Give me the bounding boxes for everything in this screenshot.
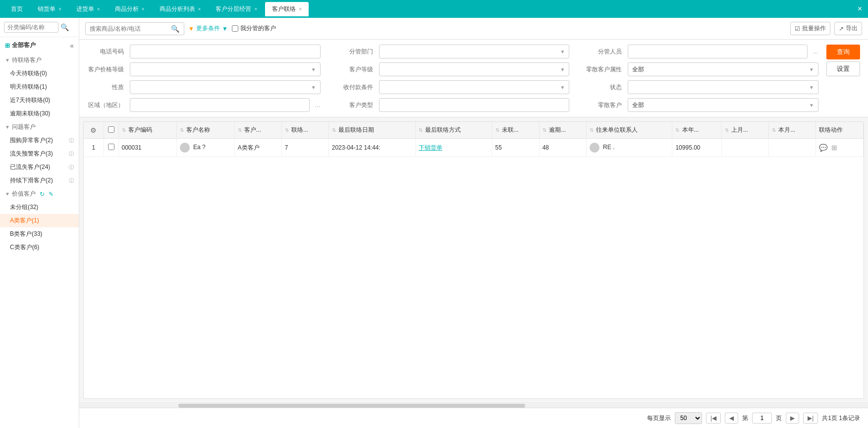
- nav-tab-sales[interactable]: 销货单 ×: [31, 2, 68, 16]
- overdue-value: 48: [542, 144, 549, 151]
- close-customer-contact-icon[interactable]: ×: [299, 6, 302, 12]
- close-customer-tier-icon[interactable]: ×: [254, 6, 257, 12]
- sidebar-item-declining[interactable]: 持续下滑客户(2) ⓘ: [0, 174, 79, 187]
- overdue-sort-icon[interactable]: ⇅: [542, 127, 546, 133]
- filter-row-4: 区域（地区） … 客户类型 零散客户: [87, 98, 818, 112]
- nav-tab-analysis-list[interactable]: 商品分析列表 ×: [153, 2, 208, 16]
- all-customers-label: 全部客户: [12, 41, 36, 50]
- scrollbar-thumb[interactable]: [178, 404, 525, 408]
- toolbar-search-icon[interactable]: 🔍: [171, 25, 179, 33]
- toolbar-search-input[interactable]: [90, 25, 169, 32]
- settings-button[interactable]: 设置: [826, 61, 860, 76]
- value-edit-icon[interactable]: ✎: [49, 191, 54, 198]
- close-analysis-icon[interactable]: ×: [142, 6, 145, 12]
- region-input[interactable]: [130, 98, 310, 112]
- next-page-button[interactable]: ▶: [786, 413, 799, 424]
- last-contact-method-value[interactable]: 下销货单: [419, 144, 442, 151]
- first-page-button[interactable]: |◀: [706, 413, 721, 424]
- value-refresh-icon[interactable]: ↻: [40, 191, 45, 198]
- churn-warning-label: 流失预警客户(3): [10, 150, 53, 158]
- row-contact-count: 7: [281, 139, 328, 157]
- nav-tab-home[interactable]: 首页: [4, 2, 30, 16]
- not-contacted-sort-icon[interactable]: ⇅: [495, 127, 499, 133]
- retail-customer-select[interactable]: 全部 ▼: [628, 98, 818, 112]
- horizontal-scrollbar[interactable]: [79, 403, 868, 408]
- sidebar-search-input[interactable]: [4, 22, 58, 33]
- last-method-sort-icon[interactable]: ⇅: [419, 127, 423, 133]
- nature-arrow-icon: ▼: [311, 85, 316, 90]
- gear-icon[interactable]: ⚙: [90, 126, 97, 134]
- status-select[interactable]: ▼: [628, 80, 818, 94]
- chat-action-icon[interactable]: 💬: [819, 144, 827, 152]
- this-month-sort-icon[interactable]: ⇅: [772, 127, 776, 133]
- sidebar-item-tomorrow-pending[interactable]: 明天待联络(1): [0, 80, 79, 94]
- sidebar-item-churn-warning[interactable]: 流失预警客户(3) ⓘ: [0, 147, 79, 160]
- customer-type-select[interactable]: [379, 98, 570, 112]
- my-customer-checkbox-area[interactable]: 我分管的客户: [232, 24, 276, 33]
- department-select[interactable]: ▼: [379, 45, 570, 58]
- batch-operation-button[interactable]: ☑ 批量操作: [790, 22, 830, 35]
- code-sort-icon[interactable]: ⇅: [122, 127, 126, 133]
- my-customer-checkbox[interactable]: [232, 25, 238, 32]
- name-sort-icon[interactable]: ⇅: [180, 127, 184, 133]
- person-dots-icon[interactable]: …: [813, 48, 818, 55]
- qr-action-icon[interactable]: ⊞: [831, 144, 837, 152]
- select-all-checkbox[interactable]: [108, 126, 114, 133]
- close-purchase-icon[interactable]: ×: [97, 6, 100, 12]
- sidebar-search-icon[interactable]: 🔍: [60, 23, 69, 31]
- nav-tab-customer-tier[interactable]: 客户分层经营 ×: [209, 2, 264, 16]
- top-nav-bar: 首页 销货单 × 进货单 × 商品分析 × 商品分析列表 × 客户分层经营 × …: [0, 0, 868, 18]
- filter-row-2: 客户价格等级 ▼ 客户等级 ▼: [87, 62, 818, 76]
- sidebar-item-today-pending[interactable]: 今天待联络(0): [0, 67, 79, 80]
- price-grade-select[interactable]: ▼: [130, 62, 321, 76]
- sidebar-item-ungrouped[interactable]: 未分组(32): [0, 201, 79, 214]
- export-button[interactable]: ↗ 导出: [834, 22, 862, 35]
- person-input[interactable]: [628, 45, 808, 58]
- nav-tab-purchase[interactable]: 进货单 ×: [69, 2, 107, 16]
- last-month-sort-icon[interactable]: ⇅: [725, 127, 729, 133]
- nav-tab-analysis[interactable]: 商品分析 ×: [108, 2, 152, 16]
- this-year-sort-icon[interactable]: ⇅: [675, 127, 679, 133]
- sidebar-item-week-pending[interactable]: 近7天待联络(0): [0, 94, 79, 107]
- prev-page-button[interactable]: ◀: [725, 413, 738, 424]
- nav-tab-customer-contact[interactable]: 客户联络 ×: [265, 2, 309, 16]
- sidebar-search-area: 🔍: [0, 18, 79, 37]
- sidebar-section-value: ▼ 价值客户 ↻ ✎: [0, 187, 79, 201]
- main-layout: 🔍 ⊞ 全部客户 « ▼ 待联络客户 今天待联络(0) 明天待联络(1) 近7天…: [0, 18, 868, 428]
- filter-customer-grade: 客户等级 ▼: [336, 62, 570, 76]
- page-size-select[interactable]: 50 100 200: [675, 412, 702, 424]
- customer-grade-select[interactable]: ▼: [379, 62, 570, 76]
- sidebar-collapse-icon[interactable]: «: [70, 42, 74, 50]
- sidebar-item-class-b[interactable]: B类客户(33): [0, 227, 79, 241]
- customer-type-label: 客户类型: [336, 101, 376, 109]
- page-number-input[interactable]: [752, 413, 772, 424]
- nature-select[interactable]: ▼: [130, 80, 321, 94]
- overdue-pending-label: 逾期未联络(30): [10, 109, 50, 118]
- sidebar-item-class-a[interactable]: A类客户(1): [0, 214, 79, 227]
- company-contact-sort-icon[interactable]: ⇅: [590, 127, 594, 133]
- retail-property-select[interactable]: 全部 ▼: [628, 62, 818, 76]
- query-button[interactable]: 查询: [826, 45, 860, 59]
- phone-input[interactable]: [130, 45, 321, 58]
- class-c-label: C类客户(6): [10, 243, 39, 252]
- type-sort-icon[interactable]: ⇅: [238, 127, 242, 133]
- sidebar-item-abnormal[interactable]: 囤购异常客户(2) ⓘ: [0, 134, 79, 147]
- filter-customer-type: 客户类型: [336, 98, 570, 112]
- row-checkbox[interactable]: [108, 144, 114, 150]
- contact-count-sort-icon[interactable]: ⇅: [285, 127, 289, 133]
- more-filters-button[interactable]: ▼ 更多条件 ▼: [188, 24, 228, 33]
- last-date-sort-icon[interactable]: ⇅: [332, 127, 336, 133]
- sidebar-item-class-c[interactable]: C类客户(6): [0, 241, 79, 254]
- page-size-label: 每页显示: [647, 414, 671, 423]
- sidebar-item-overdue-pending[interactable]: 逾期未联络(30): [0, 107, 79, 120]
- close-all-button[interactable]: ×: [856, 2, 864, 15]
- region-dots-icon[interactable]: …: [315, 102, 321, 108]
- last-page-button[interactable]: ▶|: [803, 413, 818, 424]
- gear-column-header[interactable]: ⚙: [84, 122, 104, 139]
- payment-select[interactable]: ▼: [379, 80, 570, 94]
- close-sales-icon[interactable]: ×: [58, 6, 61, 12]
- sidebar-item-churned[interactable]: 已流失客户(24) ⓘ: [0, 160, 79, 174]
- customer-grade-label: 客户等级: [336, 65, 376, 74]
- churn-warning-info-icon: ⓘ: [69, 151, 74, 158]
- close-analysis-list-icon[interactable]: ×: [198, 6, 201, 12]
